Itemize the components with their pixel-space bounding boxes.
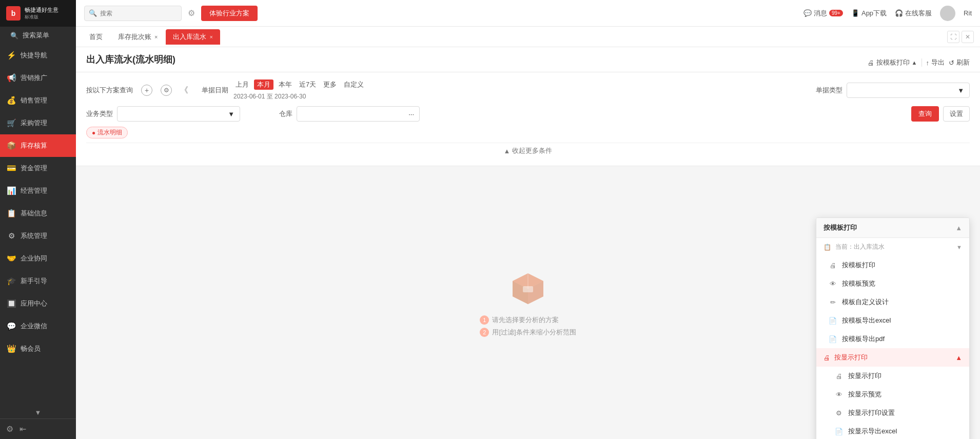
date-this-month[interactable]: 本月	[254, 79, 273, 90]
tab-stock-batch[interactable]: 库存批次账 ×	[111, 29, 165, 45]
settings-icon[interactable]: ⚙	[6, 424, 13, 434]
dropdown-close-icon[interactable]: ▲	[955, 224, 962, 232]
refresh-button[interactable]: ↺ 刷新	[949, 58, 970, 67]
date-7days[interactable]: 近7天	[297, 79, 318, 90]
tab-stock-flow[interactable]: 出入库流水 ×	[166, 29, 220, 45]
sidebar: b 畅捷通好生意 标准版 🔍 搜索菜单 ⚡ 快捷导航 📢 营销推广 💰 销售管理…	[0, 0, 76, 439]
tab-close-all-button[interactable]: ✕	[962, 31, 974, 43]
sidebar-item-quick-nav[interactable]: ⚡ 快捷导航	[0, 44, 76, 67]
nav-label-member: 畅会员	[21, 344, 41, 353]
nav-label-basic: 基础信息	[21, 209, 47, 218]
dropdown-display-preview[interactable]: 👁 按显示预览	[816, 385, 969, 404]
export-icon: ↑	[926, 59, 930, 67]
nav-icon-marketing: 📢	[6, 73, 16, 83]
online-service-button[interactable]: 🎧 在线客服	[895, 9, 932, 18]
tab-home[interactable]: 首页	[82, 29, 110, 45]
collapse-icon: ▲	[504, 147, 511, 155]
nav-label-marketing: 营销推广	[21, 73, 47, 83]
sidebar-item-inventory[interactable]: 📦 库存核算	[0, 134, 76, 157]
search-icon: 🔍	[10, 32, 18, 39]
dropdown-display-print[interactable]: 🖨 按显示打印	[816, 367, 969, 385]
dropdown-template-print[interactable]: 🖨 按模板打印	[816, 256, 969, 274]
settings-button[interactable]: 设置	[943, 106, 970, 122]
sidebar-nav: ⚡ 快捷导航 📢 营销推广 💰 销售管理 🛒 采购管理 📦 库存核算 💳 资金管…	[0, 44, 76, 407]
dropdown-display-excel[interactable]: 📄 按显示导出excel	[816, 422, 969, 439]
page-header: 出入库流水(流水明细) 🖨 按模板打印 ▲ ↑ 导出	[76, 47, 980, 72]
topbar-search-box[interactable]: 🔍	[84, 6, 182, 21]
doc-type-select[interactable]: ▼	[847, 83, 970, 98]
warehouse-select[interactable]: ···	[297, 106, 420, 122]
app-icon: 📱	[851, 9, 859, 17]
sidebar-item-operation[interactable]: 📊 经营管理	[0, 179, 76, 202]
doc-type-label: 单据类型	[816, 86, 842, 95]
dropdown-template-pdf[interactable]: 📄 按模板导出pdf	[816, 330, 969, 348]
date-this-year[interactable]: 本年	[277, 79, 294, 90]
filter-settings-button[interactable]: ⚙	[161, 85, 172, 96]
topbar-gear-icon[interactable]: ⚙	[188, 8, 195, 18]
filter-label: 按以下方案查询	[86, 86, 133, 95]
display-section-arrow: ▲	[955, 354, 962, 362]
username-label[interactable]: Rit	[964, 9, 972, 17]
filter-tag[interactable]: ● 流水明细	[86, 127, 128, 138]
nav-icon-basic: 📋	[6, 208, 16, 218]
sidebar-item-app-center[interactable]: 🔲 应用中心	[0, 292, 76, 315]
nav-icon-app-center: 🔲	[6, 298, 16, 309]
tabs-bar: 首页 库存批次账 × 出入库流水 × ⛶ ✕	[76, 27, 980, 47]
nav-icon-member: 👑	[6, 344, 16, 354]
print-icon: 🖨	[868, 59, 874, 67]
nav-icon-wechat: 💬	[6, 321, 16, 331]
date-range-display: 2023-06-01 至 2023-06-30	[233, 92, 366, 101]
tab-stock-batch-close[interactable]: ×	[154, 34, 158, 40]
sidebar-item-purchase[interactable]: 🛒 采购管理	[0, 112, 76, 134]
nav-label-quick-nav: 快捷导航	[21, 51, 47, 60]
sidebar-item-collab[interactable]: 🤝 企业协同	[0, 247, 76, 270]
collapse-row[interactable]: ▲ 收起更多条件	[86, 143, 970, 158]
print-arrow-icon: ▲	[912, 59, 917, 66]
dropdown-current[interactable]: 📋 当前：出入库流水 ▼	[816, 238, 969, 256]
nav-label-wechat: 企业微信	[21, 322, 47, 331]
date-more[interactable]: 更多	[321, 79, 339, 90]
nav-label-operation: 经营管理	[21, 186, 47, 195]
nav-icon-operation: 📊	[6, 186, 16, 196]
sidebar-item-guide[interactable]: 🎓 新手引导	[0, 270, 76, 292]
dropdown-template-custom[interactable]: ✏ 模板自定义设计	[816, 293, 969, 311]
template-excel-icon: 📄	[829, 316, 837, 325]
sidebar-item-wechat[interactable]: 💬 企业微信	[0, 315, 76, 337]
message-button[interactable]: 💬 消息 99+	[803, 9, 843, 18]
date-custom[interactable]: 自定义	[342, 79, 366, 90]
empty-text: 1 请先选择要分析的方案 2 用[过滤]条件来缩小分析范围	[480, 315, 576, 337]
sidebar-item-marketing[interactable]: 📢 营销推广	[0, 67, 76, 89]
query-button[interactable]: 查询	[911, 106, 939, 122]
template-print-button[interactable]: 🖨 按模板打印 ▲	[868, 58, 917, 67]
search-menu-item[interactable]: 🔍 搜索菜单	[0, 27, 76, 44]
user-avatar[interactable]	[940, 6, 955, 21]
nav-icon-purchase: 🛒	[6, 118, 16, 128]
sidebar-item-finance[interactable]: 💳 资金管理	[0, 157, 76, 179]
sidebar-item-sales[interactable]: 💰 销售管理	[0, 89, 76, 112]
filter-collapse-icon[interactable]: 《	[180, 85, 188, 96]
tab-stock-flow-close[interactable]: ×	[209, 34, 212, 40]
sidebar-bottom: ⚙ ⇤	[0, 418, 76, 439]
dropdown-template-excel[interactable]: 📄 按模板导出excel	[816, 311, 969, 330]
sidebar-item-basic[interactable]: 📋 基础信息	[0, 202, 76, 225]
app-download-button[interactable]: 📱 App下载	[851, 9, 887, 18]
sidebar-item-member[interactable]: 👑 畅会员	[0, 337, 76, 360]
dropdown-template-preview[interactable]: 👁 按模板预览	[816, 274, 969, 293]
nav-icon-collab: 🤝	[6, 253, 16, 264]
message-icon: 💬	[803, 9, 812, 17]
date-last-month[interactable]: 上月	[233, 79, 251, 90]
export-button[interactable]: ↑ 导出	[926, 58, 945, 67]
sidebar-item-system[interactable]: ⚙ 系统管理	[0, 225, 76, 247]
nav-label-guide: 新手引导	[21, 276, 47, 286]
dropdown-display-section[interactable]: 🖨 按显示打印 ▲	[816, 348, 969, 367]
dropdown-display-settings[interactable]: ⚙ 按显示打印设置	[816, 404, 969, 422]
sidebar-scroll-down[interactable]: ▼	[0, 407, 76, 418]
trial-industry-button[interactable]: 体验行业方案	[201, 6, 258, 21]
topbar-search-input[interactable]	[100, 10, 177, 17]
collapse-icon[interactable]: ⇤	[19, 424, 26, 434]
filter-add-button[interactable]: +	[141, 85, 152, 96]
biz-type-select[interactable]: ▼	[117, 106, 240, 122]
tab-maximize-button[interactable]: ⛶	[947, 31, 959, 43]
template-preview-icon: 👁	[829, 280, 837, 288]
nav-label-app-center: 应用中心	[21, 299, 47, 308]
